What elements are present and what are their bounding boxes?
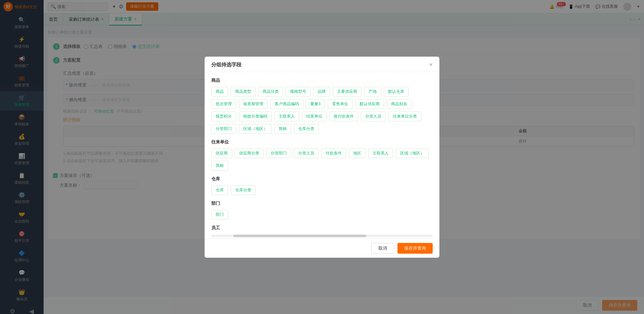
field-tag-0-10[interactable]: 客户商品编码 — [270, 99, 303, 109]
modal-header: 分组待选字段 × — [205, 57, 439, 72]
field-tag-0-5[interactable]: 主要供应商 — [333, 87, 362, 97]
field-tag-0-21[interactable]: 往来单位分类 — [388, 112, 421, 121]
modal-cancel-button[interactable]: 取消 — [371, 243, 394, 254]
field-tag-0-23[interactable]: 区域（地区） — [239, 124, 272, 134]
modal-dialog: 分组待选字段 × 商品商品商品类型商品分类规格型号品牌主要供应商产地默认仓库批次… — [205, 57, 439, 258]
field-tag-0-9[interactable]: 保质期管理 — [239, 99, 268, 109]
modal-section-2: 仓库仓库仓库分类 — [211, 176, 433, 195]
section-title-0: 商品 — [211, 77, 433, 83]
field-tag-0-0[interactable]: 商品 — [211, 87, 228, 97]
modal-section-4: 员工业务员 — [211, 225, 433, 233]
modal-confirm-button[interactable]: 保存并查询 — [397, 243, 433, 254]
field-tag-1-3[interactable]: 分管人员 — [294, 148, 319, 158]
field-tags-0: 商品商品类型商品分类规格型号品牌主要供应商产地默认仓库批次管理保质期管理客户商品… — [211, 87, 433, 134]
field-tag-0-4[interactable]: 品牌 — [313, 87, 330, 97]
field-tag-1-8[interactable]: 简称 — [211, 161, 228, 171]
modal-section-3: 部门部门 — [211, 200, 433, 219]
field-tag-0-16[interactable]: 税收分类编码 — [239, 112, 272, 121]
field-tag-1-4[interactable]: 付款条件 — [321, 148, 346, 158]
field-tag-1-6[interactable]: 主联系人 — [368, 148, 393, 158]
modal-body: 商品商品商品类型商品分类规格型号品牌主要供应商产地默认仓库批次管理保质期管理客户… — [205, 72, 439, 233]
field-tag-0-14[interactable]: 商品别名 — [387, 99, 412, 109]
field-tag-0-17[interactable]: 主联系人 — [274, 112, 299, 121]
field-tag-1-0[interactable]: 供应商 — [211, 148, 232, 158]
field-tag-0-19[interactable]: 收付款条件 — [329, 112, 358, 121]
scrollbar-thumb — [233, 235, 366, 237]
modal-scrollbar[interactable] — [211, 235, 433, 237]
field-tag-0-18[interactable]: 结算单位 — [302, 112, 327, 121]
field-tag-0-1[interactable]: 商品类型 — [231, 87, 256, 97]
modal-section-0: 商品商品商品类型商品分类规格型号品牌主要供应商产地默认仓库批次管理保质期管理客户… — [211, 77, 433, 134]
field-tag-3-0[interactable]: 部门 — [211, 210, 228, 219]
field-tags-1: 供应商供应商分类分管部门分管人员付款条件地区主联系人区域（地区）简称 — [211, 148, 433, 171]
field-tag-0-20[interactable]: 分管人员 — [361, 112, 386, 121]
section-title-3: 部门 — [211, 200, 433, 206]
field-tag-1-1[interactable]: 供应商分类 — [235, 148, 264, 158]
field-tags-3: 部门 — [211, 210, 433, 219]
field-tag-0-11[interactable]: 重量3 — [306, 99, 325, 109]
field-tag-0-2[interactable]: 商品分类 — [258, 87, 283, 97]
field-tag-0-15[interactable]: 拣货积分 — [211, 112, 236, 121]
modal-section-1: 往来单位供应商供应商分类分管部门分管人员付款条件地区主联系人区域（地区）简称 — [211, 139, 433, 171]
modal-footer: 取消 保存并查询 — [205, 239, 439, 258]
field-tag-0-12[interactable]: 零售单位 — [328, 99, 353, 109]
field-tag-0-7[interactable]: 默认仓库 — [384, 87, 409, 97]
field-tag-0-8[interactable]: 批次管理 — [211, 99, 236, 109]
field-tag-1-2[interactable]: 分管部门 — [266, 148, 291, 158]
field-tag-0-24[interactable]: 简称 — [274, 124, 291, 134]
field-tag-0-6[interactable]: 产地 — [364, 87, 381, 97]
field-tag-0-3[interactable]: 规格型号 — [286, 87, 311, 97]
field-tag-0-13[interactable]: 默认供应商 — [355, 99, 384, 109]
field-tags-2: 仓库仓库分类 — [211, 185, 433, 195]
section-title-1: 往来单位 — [211, 139, 433, 145]
field-tag-2-1[interactable]: 仓库分类 — [231, 185, 256, 195]
field-tag-1-5[interactable]: 地区 — [349, 148, 366, 158]
field-tag-0-25[interactable]: 仓库分类 — [294, 124, 319, 134]
section-title-2: 仓库 — [211, 176, 433, 182]
modal-scrollbar-area — [205, 233, 439, 239]
section-title-4: 员工 — [211, 225, 433, 231]
modal-overlay: 分组待选字段 × 商品商品商品类型商品分类规格型号品牌主要供应商产地默认仓库批次… — [0, 0, 644, 259]
field-tag-2-0[interactable]: 仓库 — [211, 185, 228, 195]
modal-close-button[interactable]: × — [429, 61, 433, 68]
modal-title: 分组待选字段 — [211, 62, 241, 68]
field-tag-1-7[interactable]: 区域（地区） — [396, 148, 429, 158]
field-tag-0-22[interactable]: 分管部门 — [211, 124, 236, 134]
